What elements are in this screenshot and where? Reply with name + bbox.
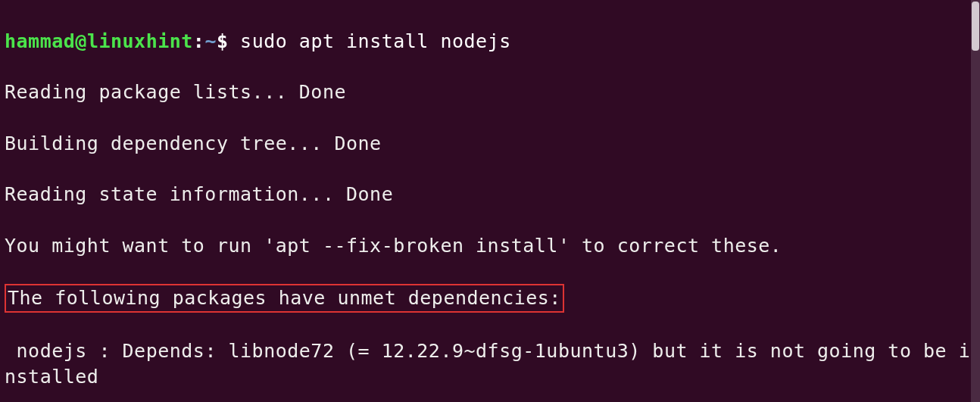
scrollbar-track[interactable] <box>971 0 980 402</box>
output-reading-packages: Reading package lists... Done <box>5 79 975 105</box>
highlight-unmet-deps: The following packages have unmet depend… <box>5 284 564 313</box>
output-unmet-deps-header: The following packages have unmet depend… <box>5 284 975 313</box>
terminal-output[interactable]: hammad@linuxhint:~$ sudo apt install nod… <box>5 3 975 402</box>
prompt-path: ~ <box>204 30 217 52</box>
prompt-dollar: $ <box>217 30 229 52</box>
output-fix-broken-hint: You might want to run 'apt --fix-broken … <box>5 233 975 259</box>
output-dep-nodejs: nodejs : Depends: libnode72 (= 12.22.9~d… <box>5 338 975 390</box>
output-reading-state: Reading state information... Done <box>5 182 975 207</box>
command-text: sudo apt install nodejs <box>229 30 511 52</box>
prompt-user: hammad <box>5 30 75 52</box>
prompt-host: linuxhint <box>87 30 193 52</box>
prompt-colon: : <box>193 30 205 52</box>
prompt-at: @ <box>75 30 87 52</box>
output-building-tree: Building dependency tree... Done <box>5 131 975 157</box>
scrollbar-thumb[interactable] <box>972 2 979 51</box>
prompt-line: hammad@linuxhint:~$ sudo apt install nod… <box>5 29 975 55</box>
